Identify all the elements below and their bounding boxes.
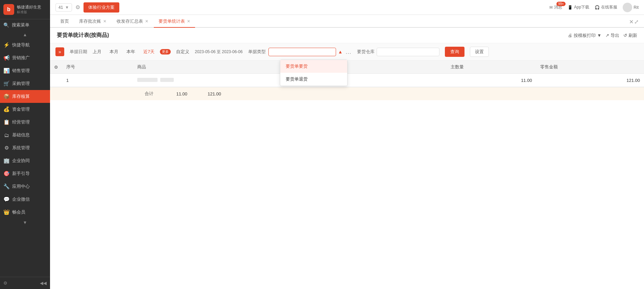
date-filter-label: 单据日期: [70, 49, 87, 55]
footer-label: 合计: [50, 91, 158, 97]
wechat-icon: 💬: [3, 196, 9, 202]
sidebar-item-label: 新手引导: [12, 171, 30, 177]
refresh-icon: ↺: [623, 33, 627, 38]
brand-name: 畅捷通好生意: [17, 4, 41, 10]
sidebar-settings-icon[interactable]: ⚙: [3, 281, 7, 286]
doc-type-input[interactable]: [268, 48, 336, 56]
user-item[interactable]: Rit: [623, 3, 639, 12]
export-label: 导出: [611, 32, 619, 39]
notifications-badge: 99+: [556, 2, 566, 6]
sidebar-item-quick-nav[interactable]: ⚡ 快捷导航: [0, 39, 50, 51]
header-left: 41 ▼ ⚙ 体验行业方案: [55, 2, 119, 13]
enterprise-icon: 🏢: [3, 158, 9, 164]
warehouse-input[interactable]: [377, 48, 439, 56]
date-custom-btn[interactable]: 自定义: [173, 47, 192, 56]
marketing-icon: 📢: [3, 55, 9, 61]
sidebar-scroll-up[interactable]: ▲: [0, 31, 50, 39]
basic-icon: 🗂: [3, 132, 9, 138]
date-more-badge[interactable]: 更多: [160, 49, 171, 54]
doc-type-filter-group: 单据类型 ▲ …: [248, 48, 352, 56]
tab-close-all[interactable]: ✕: [629, 19, 634, 27]
search-label: 搜索菜单: [12, 22, 29, 28]
sidebar-item-inventory[interactable]: 📦 库存核算: [0, 90, 50, 103]
message-icon: ✉: [549, 5, 553, 10]
tab-batch[interactable]: 库存批次账 ✕: [74, 16, 111, 28]
refresh-action[interactable]: ↺ 刷新: [623, 32, 637, 39]
tab-receipts-close[interactable]: ✕: [145, 19, 148, 24]
online-service-item[interactable]: 🎧 在线客服: [595, 4, 617, 10]
sidebar-item-label: 应用中心: [12, 183, 30, 190]
filter-expand-button[interactable]: »: [55, 47, 64, 56]
sidebar-search[interactable]: 🔍 搜索菜单: [0, 19, 50, 31]
date-year-btn[interactable]: 本年: [124, 47, 138, 56]
sidebar-item-enterprise[interactable]: 🏢 企业协同: [0, 154, 50, 167]
doc-type-select: ▲: [268, 48, 343, 56]
table-footer: 合计 11.00 121.00: [50, 87, 644, 100]
export-icon: ↗: [605, 33, 609, 38]
sidebar-scroll-down[interactable]: ▼: [0, 219, 50, 226]
headset-icon: 🎧: [595, 5, 600, 10]
sidebar-item-apps[interactable]: 🔧 应用中心: [0, 180, 50, 193]
date-filter-group: 单据日期 上月 本月 本年 近7天 更多 自定义 2023-05-06 至 20…: [70, 47, 243, 56]
tab-batch-label: 库存批次账: [79, 18, 101, 24]
sidebar-item-label: 采购管理: [12, 81, 30, 87]
sidebar-item-basic[interactable]: 🗂 基础信息: [0, 129, 50, 141]
tab-receipts[interactable]: 收发存汇总表 ✕: [112, 16, 153, 28]
export-action[interactable]: ↗ 导出: [605, 32, 619, 39]
sales-icon: 📊: [3, 68, 9, 74]
tabs-bar: 首页 库存批次账 ✕ 收发存汇总表 ✕ 要货单统计表 ✕ ✕ ⤢: [50, 15, 644, 28]
sidebar-item-finance[interactable]: 💰 资金管理: [0, 103, 50, 116]
warehouse-label: 要货仓库: [357, 49, 375, 55]
member-icon: 👑: [3, 209, 9, 215]
main-area: 41 ▼ ⚙ 体验行业方案 ✉ 消息 99+ 📱 App下载 🎧 在线客服 R: [50, 0, 644, 289]
app-download-item[interactable]: 📱 App下载: [568, 4, 589, 10]
guide-icon: 🎯: [3, 171, 9, 177]
content-area: 要货单统计表(按商品) 🖨 按模板打印 ▼ ↗ 导出 ↺ 刷新 »: [50, 28, 644, 289]
header-gear-icon[interactable]: ⚙: [75, 4, 80, 10]
sidebar-item-label: 企业微信: [12, 196, 30, 202]
sidebar: b 畅捷通好生意 标准版 🔍 搜索菜单 ▲ ⚡ 快捷导航 📢 营销推广 📊 销售…: [0, 0, 50, 289]
sidebar-item-sales[interactable]: 📊 销售管理: [0, 64, 50, 77]
header-right: ✉ 消息 99+ 📱 App下载 🎧 在线客服 Rit: [549, 3, 639, 12]
header-selector[interactable]: 41 ▼: [55, 3, 72, 12]
trial-button[interactable]: 体验行业方案: [84, 2, 119, 13]
td-amount: 121.00: [536, 74, 644, 87]
set-button[interactable]: 设置: [470, 47, 489, 57]
date-prev-month-btn[interactable]: 上月: [90, 47, 104, 56]
sidebar-item-purchase[interactable]: 🛒 采购管理: [0, 77, 50, 90]
doc-type-arrow-icon[interactable]: ▲: [338, 49, 343, 54]
sidebar-item-label: 基础信息: [12, 132, 30, 138]
sidebar-item-guide[interactable]: 🎯 新手引导: [0, 167, 50, 180]
sidebar-collapse-icon[interactable]: ◀◀: [40, 281, 47, 286]
print-label: 按模板打印: [574, 32, 596, 39]
sidebar-item-operations[interactable]: 📋 经营管理: [0, 116, 50, 129]
sidebar-item-label: 库存核算: [12, 93, 30, 99]
dropdown-item-return[interactable]: 要货单退货: [280, 73, 347, 86]
tab-orders-close[interactable]: ✕: [187, 19, 190, 24]
tab-expand-icon[interactable]: ⤢: [634, 19, 639, 27]
print-action[interactable]: 🖨 按模板打印 ▼: [568, 32, 601, 39]
sidebar-item-marketing[interactable]: 📢 营销推广: [0, 51, 50, 64]
date-7days-btn[interactable]: 近7天: [141, 47, 157, 56]
tab-batch-close[interactable]: ✕: [103, 19, 106, 24]
sidebar-item-label: 畅会员: [12, 209, 25, 215]
dropdown-item-order[interactable]: 要货单要货: [280, 60, 347, 73]
date-cur-month-btn[interactable]: 本月: [107, 47, 121, 56]
query-button[interactable]: 查询: [445, 47, 464, 57]
inventory-icon: 📦: [3, 93, 9, 99]
search-icon: 🔍: [3, 22, 9, 28]
tab-home[interactable]: 首页: [55, 16, 74, 28]
sidebar-item-wechat[interactable]: 💬 企业微信: [0, 193, 50, 206]
avatar: [623, 3, 632, 12]
doc-type-label: 单据类型: [248, 49, 266, 55]
th-settings[interactable]: ⚙: [50, 61, 62, 74]
notifications-item[interactable]: ✉ 消息 99+: [549, 4, 562, 10]
date-range-display: 2023-05-06 至 2023-06-06: [195, 49, 242, 55]
sidebar-item-system[interactable]: ⚙ 系统管理: [0, 141, 50, 154]
tab-orders-label: 要货单统计表: [159, 18, 185, 24]
page-title: 要货单统计表(按商品): [57, 32, 109, 39]
tab-orders[interactable]: 要货单统计表 ✕: [154, 16, 195, 28]
sidebar-item-member[interactable]: 👑 畅会员: [0, 206, 50, 219]
sidebar-logo: b 畅捷通好生意 标准版: [0, 0, 50, 19]
doc-type-more-icon[interactable]: …: [345, 48, 352, 55]
